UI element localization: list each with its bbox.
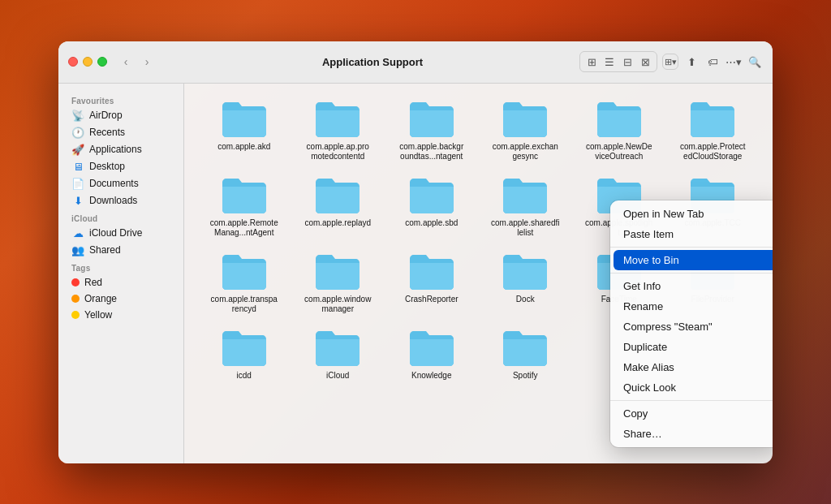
- ctx-get-info[interactable]: Get Info: [610, 276, 773, 296]
- ctx-share[interactable]: Share…: [610, 424, 773, 444]
- ctx-label: Compress "Steam": [623, 321, 713, 333]
- list-view-button[interactable]: ☰: [601, 54, 618, 70]
- file-item[interactable]: com.apple.windowmanager: [291, 244, 385, 321]
- ctx-make-alias[interactable]: Make Alias: [610, 357, 773, 377]
- sidebar-item-label: Recents: [89, 127, 125, 138]
- sidebar-item-downloads[interactable]: ⬇ Downloads: [62, 192, 180, 209]
- folder-icon: [502, 98, 549, 139]
- ctx-separator2: [610, 273, 773, 274]
- file-item[interactable]: Dock: [479, 244, 573, 321]
- file-label: com.apple.ap.promotedcontentd: [304, 142, 372, 162]
- file-label: com.apple.windowmanager: [304, 295, 372, 314]
- file-item[interactable]: com.apple.akd: [197, 92, 291, 168]
- ctx-open-new-tab[interactable]: Open in New Tab: [610, 204, 773, 224]
- toolbar-icons: ⊞ ☰ ⊟ ⊠ ⊞▾ ⬆ 🏷 ⋯▾ 🔍: [579, 51, 763, 72]
- favourites-header: Favourites: [58, 92, 183, 107]
- folder-icon: [502, 327, 549, 368]
- file-label: iCloud: [326, 371, 349, 381]
- file-item[interactable]: com.apple.replayd: [291, 168, 385, 244]
- folder-icon: [408, 251, 455, 291]
- finder-window: ‹ › Application Support ⊞ ☰ ⊟ ⊠ ⊞▾ ⬆ 🏷 ⋯…: [58, 41, 773, 463]
- window-title: Application Support: [166, 56, 579, 68]
- sidebar-item-tag-orange[interactable]: Orange: [62, 291, 180, 307]
- gallery-view-button[interactable]: ⊠: [637, 54, 653, 70]
- folder-icon: [221, 174, 268, 215]
- sidebar-item-tag-yellow[interactable]: Yellow: [62, 307, 180, 323]
- sidebar-item-label: AirDrop: [89, 110, 123, 121]
- arrange-button[interactable]: ⊞▾: [662, 54, 678, 70]
- sidebar-item-desktop[interactable]: 🖥 Desktop: [62, 158, 180, 175]
- nav-buttons: ‹ ›: [117, 53, 156, 71]
- shared-icon: 👥: [71, 244, 84, 256]
- file-item[interactable]: com.apple.ProtectedCloudStorage: [666, 92, 760, 168]
- file-item[interactable]: CrashReporter: [385, 244, 479, 321]
- sidebar-item-icloud-drive[interactable]: ☁ iCloud Drive: [62, 225, 180, 242]
- search-button[interactable]: 🔍: [747, 54, 763, 70]
- yellow-tag-dot: [71, 311, 80, 319]
- sidebar-item-tag-red[interactable]: Red: [62, 274, 180, 291]
- folder-icon: [689, 98, 736, 139]
- file-label: com.apple.sbd: [405, 218, 458, 228]
- ctx-copy[interactable]: Copy: [610, 403, 773, 424]
- file-item[interactable]: com.apple.RemoteManag...ntAgent: [197, 168, 291, 244]
- file-item-spotify[interactable]: Spotify: [479, 321, 573, 387]
- file-label: com.apple.akd: [217, 142, 270, 152]
- file-label: com.apple.replayd: [304, 218, 371, 228]
- folder-icon: [408, 174, 455, 215]
- folder-icon: [221, 327, 268, 368]
- sidebar-item-label: Documents: [89, 178, 139, 189]
- maximize-button[interactable]: [97, 57, 107, 67]
- folder-icon: [596, 98, 643, 139]
- file-item[interactable]: com.apple.transparencyd: [197, 244, 291, 321]
- file-label: com.apple.RemoteManag...ntAgent: [209, 218, 278, 238]
- close-button[interactable]: [68, 57, 78, 67]
- ctx-move-to-bin[interactable]: Move to Bin: [614, 250, 773, 270]
- ctx-label: Quick Look: [623, 381, 676, 394]
- icon-view-button[interactable]: ⊞: [583, 54, 600, 70]
- sidebar-item-airdrop[interactable]: 📡 AirDrop: [62, 107, 180, 124]
- ctx-label: Move to Bin: [623, 254, 679, 266]
- sidebar-item-label: Applications: [89, 144, 142, 155]
- ctx-paste-item[interactable]: Paste Item: [610, 224, 773, 244]
- sidebar-item-label: Desktop: [89, 161, 125, 172]
- sidebar-item-shared[interactable]: 👥 Shared: [62, 242, 180, 259]
- ctx-label: Duplicate: [623, 341, 667, 353]
- icloud-header: iCloud: [58, 209, 183, 225]
- ctx-rename[interactable]: Rename: [610, 296, 773, 317]
- ctx-quick-look[interactable]: Quick Look: [610, 377, 773, 398]
- minimize-button[interactable]: [83, 57, 93, 67]
- sidebar-item-recents[interactable]: 🕐 Recents: [62, 124, 180, 141]
- sidebar-item-applications[interactable]: 🚀 Applications: [62, 141, 180, 158]
- forward-button[interactable]: ›: [138, 53, 156, 71]
- sidebar-item-documents[interactable]: 📄 Documents: [62, 175, 180, 192]
- folder-icon: [314, 98, 361, 139]
- file-item-knowledge[interactable]: Knowledge: [385, 321, 479, 387]
- ctx-duplicate[interactable]: Duplicate: [610, 337, 773, 357]
- file-label: com.apple.transparencyd: [209, 295, 278, 314]
- file-item[interactable]: com.apple.sharedfilelist: [479, 168, 573, 244]
- file-item[interactable]: com.apple.backgr oundtas...ntagent: [385, 92, 479, 168]
- ctx-compress[interactable]: Compress "Steam": [610, 317, 773, 337]
- share-button[interactable]: ⬆: [683, 54, 700, 70]
- ctx-label: Open in New Tab: [623, 208, 704, 220]
- file-item[interactable]: iCloud: [291, 321, 385, 387]
- title-bar: ‹ › Application Support ⊞ ☰ ⊟ ⊠ ⊞▾ ⬆ 🏷 ⋯…: [58, 41, 773, 84]
- folder-icon: [221, 251, 268, 291]
- file-item[interactable]: com.apple.sbd: [385, 168, 479, 244]
- tags-header: Tags: [58, 259, 183, 274]
- file-item[interactable]: com.apple.ap.promotedcontentd: [291, 92, 385, 168]
- file-label: Dock: [516, 295, 535, 304]
- main-content: Favourites 📡 AirDrop 🕐 Recents 🚀 Applica…: [58, 84, 773, 463]
- back-button[interactable]: ‹: [117, 53, 135, 71]
- file-item[interactable]: com.apple.exchangesync: [479, 92, 573, 168]
- documents-icon: 📄: [71, 178, 84, 190]
- sidebar: Favourites 📡 AirDrop 🕐 Recents 🚀 Applica…: [58, 84, 184, 463]
- more-button[interactable]: ⋯▾: [726, 54, 742, 70]
- file-label: com.apple.exchangesync: [491, 142, 560, 162]
- file-item[interactable]: com.apple.NewDeviceOutreach: [572, 92, 666, 168]
- file-label: com.apple.NewDeviceOutreach: [584, 142, 653, 162]
- column-view-button[interactable]: ⊟: [619, 54, 635, 70]
- file-item[interactable]: icdd: [197, 321, 291, 387]
- orange-tag-dot: [71, 295, 80, 303]
- tag-button[interactable]: 🏷: [704, 54, 721, 70]
